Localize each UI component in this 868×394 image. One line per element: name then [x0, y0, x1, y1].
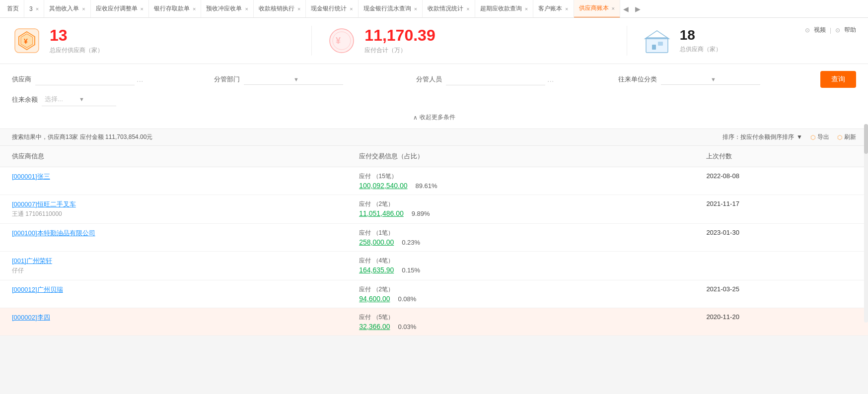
balance-filter-select[interactable]: 选择... ▼: [42, 93, 116, 106]
result-bar: 搜索结果中，供应商13家 应付金额 111,703,854.00元 排序：按应付…: [0, 129, 868, 146]
filter-balance: 往来余额 选择... ▼: [12, 93, 161, 106]
tx-percent-value: 9.89%: [412, 210, 430, 217]
supplier-name-link[interactable]: [000002]李四: [12, 314, 50, 321]
nav-tab-overdue-query[interactable]: 超期应收款查询 ×: [475, 0, 533, 18]
nav-tab-home[interactable]: 首页: [2, 0, 24, 18]
filter-category: 往来单位分类 ▼: [618, 74, 810, 85]
tx-amount-link[interactable]: 11,051,486.00: [359, 209, 404, 217]
svg-text:¥: ¥: [336, 36, 341, 46]
video-link[interactable]: 视频: [814, 26, 826, 34]
close-icon[interactable]: ×: [565, 6, 568, 12]
table-header-row: 供应商信息 应付交易信息（占比） 上次付数: [0, 146, 868, 167]
nav-tab-cash-bank-flow[interactable]: 现金银行流水查询 ×: [359, 0, 423, 18]
col-header-tx: 应付交易信息（占比）: [347, 146, 694, 167]
collapse-icon: ∧: [413, 114, 418, 121]
last-pay-date-cell: 2021-03-25: [694, 280, 868, 308]
tx-type-label: 应付 （15笔）: [359, 172, 682, 181]
table-row: [000100]本特勤油品有限公司应付 （1笔）258,000.000.23%2…: [0, 224, 868, 252]
filter-dept: 分管部门 ▼: [214, 74, 406, 85]
close-icon[interactable]: ×: [612, 5, 615, 11]
payable-supplier-count: 13: [50, 27, 103, 44]
summary-text-total-payable: 11,170.39 应付合计（万）: [364, 27, 435, 55]
filter-supplier: 供应商 ...: [12, 73, 204, 85]
nav-tab-customer-ledger[interactable]: 客户账本 ×: [533, 0, 574, 18]
close-icon[interactable]: ×: [245, 6, 248, 12]
refresh-icon: ⬡: [837, 134, 842, 141]
close-icon[interactable]: ×: [297, 6, 300, 12]
supplier-search-dots[interactable]: ...: [137, 75, 143, 84]
person-filter-label: 分管人员: [416, 75, 442, 84]
nav-tab-collection-verify[interactable]: 收款核销执行 ×: [254, 0, 306, 18]
refresh-button[interactable]: ⬡ 刷新: [837, 133, 856, 141]
supplier-name-link[interactable]: [000100]本特勤油品有限公司: [12, 229, 95, 237]
query-button[interactable]: 查询: [820, 71, 856, 88]
supplier-name-link[interactable]: [000001]张三: [12, 173, 50, 180]
data-table-wrap: 供应商信息 应付交易信息（占比） 上次付数 [000001]张三应付 （15笔）…: [0, 146, 868, 336]
help-link[interactable]: 帮助: [844, 26, 856, 34]
tx-amount-link[interactable]: 94,600.00: [359, 295, 390, 303]
last-pay-date-cell: 2021-11-17: [694, 195, 868, 224]
supplier-name-link[interactable]: [001]广州荣轩: [12, 257, 52, 264]
scrollbar-thumb[interactable]: [864, 124, 868, 154]
summary-bar: ¥ 13 总应付供应商（家） ¥ 11,170.39 应付合计（万）: [0, 18, 868, 64]
close-icon[interactable]: ×: [466, 6, 469, 12]
filter-person: 分管人员 ...: [416, 73, 608, 85]
supplier-filter-input[interactable]: [35, 73, 135, 85]
nav-tab-other-income[interactable]: 其他收入单 ×: [44, 0, 90, 18]
supplier-info-cell: [000007]恒旺二手叉车王通 17106110000: [0, 195, 347, 224]
dept-filter-select[interactable]: ▼: [244, 74, 343, 85]
tx-info-cell: 应付 （2笔）11,051,486.009.89%: [347, 195, 694, 224]
close-icon[interactable]: ×: [350, 6, 353, 12]
tx-amount-link[interactable]: 32,366.00: [359, 323, 390, 330]
nav-tab-ar-ap-adjust[interactable]: 应收应付调整单 ×: [91, 0, 149, 18]
tx-type-label: 应付 （5笔）: [359, 313, 682, 322]
summary-card-payable-suppliers: ¥ 13 总应付供应商（家）: [12, 26, 312, 56]
last-pay-date-cell: 2023-01-30: [694, 224, 868, 252]
category-filter-select[interactable]: ▼: [661, 74, 760, 85]
filter-row-2: 往来余额 选择... ▼: [12, 93, 856, 106]
person-search-dots[interactable]: ...: [547, 75, 554, 84]
tx-amount-link[interactable]: 164,635.90: [359, 266, 394, 274]
tx-type-label: 应付 （1笔）: [359, 229, 682, 237]
close-icon[interactable]: ×: [82, 6, 85, 12]
nav-next-arrow[interactable]: ▶: [632, 0, 644, 18]
table-row: [000007]恒旺二手叉车王通 17106110000应付 （2笔）11,05…: [0, 195, 868, 224]
nav-tab-3[interactable]: 3 ×: [24, 0, 44, 18]
balance-placeholder: 选择...: [45, 95, 79, 104]
svg-text:¥: ¥: [24, 37, 28, 45]
last-pay-date-cell: 2022-08-08: [694, 167, 868, 195]
close-icon[interactable]: ×: [414, 6, 417, 12]
tx-percent-value: 0.03%: [398, 323, 416, 330]
export-button[interactable]: ⬡ 导出: [810, 133, 829, 141]
filter-area: 供应商 ... 分管部门 ▼ 分管人员 ... 往来单位分类 ▼ 查询: [0, 64, 868, 129]
collapse-label: 收起更多条件: [420, 113, 455, 122]
supplier-name-link[interactable]: [000012]广州贝瑞: [12, 286, 63, 293]
table-row: [000001]张三应付 （15笔）100,092,540.0089.61%20…: [0, 167, 868, 195]
supplier-info-cell: [000100]本特勤油品有限公司: [0, 224, 347, 252]
nav-tab-supplier-ledger[interactable]: 供应商账本 ×: [574, 0, 620, 18]
supplier-info-cell: [000002]李四: [0, 308, 347, 336]
chevron-down-icon: ▼: [79, 96, 113, 102]
supplier-filter-label: 供应商: [12, 75, 31, 84]
nav-tab-prepay-offset[interactable]: 预收冲应收单 ×: [201, 0, 253, 18]
result-actions: 排序：按应付余额倒序排序 ▼ ⬡ 导出 ⬡ 刷新: [723, 133, 856, 141]
nav-tab-bank-deposit[interactable]: 银行存取款单 ×: [149, 0, 201, 18]
tx-amount-link[interactable]: 100,092,540.00: [359, 182, 407, 190]
col-header-last-pay: 上次付数: [694, 146, 868, 167]
col-header-supplier: 供应商信息: [0, 146, 347, 167]
close-icon[interactable]: ×: [193, 6, 196, 12]
close-icon[interactable]: ×: [525, 6, 528, 12]
tx-amount-link[interactable]: 258,000.00: [359, 238, 394, 246]
scrollbar-track[interactable]: [864, 124, 868, 323]
nav-prev-arrow[interactable]: ◀: [620, 0, 632, 18]
divider: |: [830, 27, 831, 34]
close-icon[interactable]: ×: [141, 6, 144, 12]
person-filter-input[interactable]: [446, 73, 545, 85]
nav-tab-collection-stat[interactable]: 收款情况统计 ×: [423, 0, 475, 18]
supplier-name-link[interactable]: [000007]恒旺二手叉车: [12, 200, 76, 208]
close-icon[interactable]: ×: [36, 6, 39, 12]
total-supplier-count: 18: [680, 28, 722, 43]
collapse-filter-button[interactable]: ∧ 收起更多条件: [413, 111, 455, 124]
nav-tab-cash-bank-stat[interactable]: 现金银行统计 ×: [306, 0, 358, 18]
svg-rect-7: [646, 38, 668, 53]
